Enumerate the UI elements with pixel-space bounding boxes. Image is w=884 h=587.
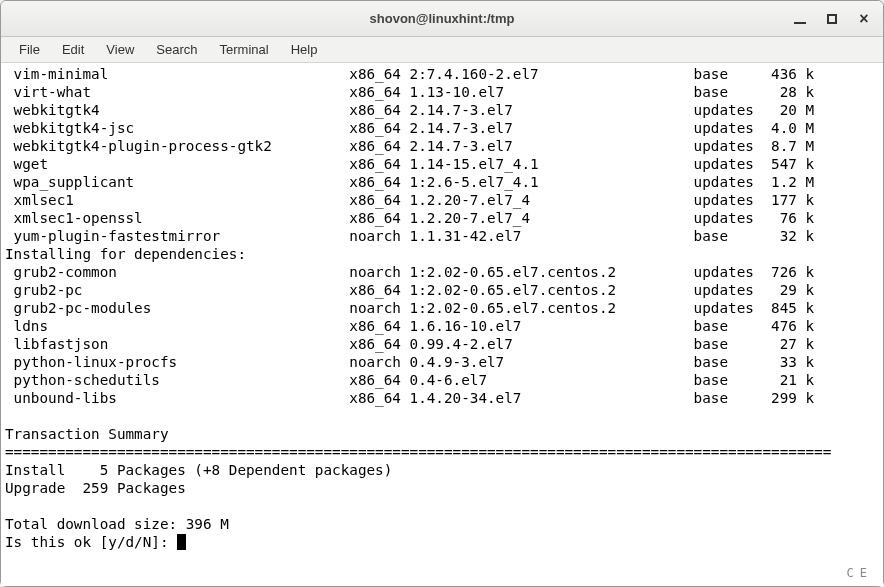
- menu-edit[interactable]: Edit: [52, 39, 94, 60]
- minimize-button[interactable]: [791, 10, 809, 28]
- menu-search[interactable]: Search: [146, 39, 207, 60]
- menu-view[interactable]: View: [96, 39, 144, 60]
- window-title: shovon@linuxhint:/tmp: [370, 11, 515, 26]
- titlebar: shovon@linuxhint:/tmp ×: [1, 1, 883, 37]
- menu-terminal[interactable]: Terminal: [210, 39, 279, 60]
- terminal-window: shovon@linuxhint:/tmp × File Edit View S…: [0, 0, 884, 587]
- terminal-output[interactable]: vim-minimal x86_64 2:7.4.160-2.el7 base …: [1, 63, 883, 586]
- menubar: File Edit View Search Terminal Help: [1, 37, 883, 63]
- menu-help[interactable]: Help: [281, 39, 328, 60]
- maximize-button[interactable]: [823, 10, 841, 28]
- close-button[interactable]: ×: [855, 10, 873, 28]
- minimize-icon: [794, 22, 806, 24]
- maximize-icon: [827, 14, 837, 24]
- cursor: [177, 534, 186, 550]
- close-icon: ×: [859, 11, 868, 27]
- status-indicators: CE: [847, 564, 873, 582]
- window-controls: ×: [791, 10, 873, 28]
- menu-file[interactable]: File: [9, 39, 50, 60]
- prompt-text: Is this ok [y/d/N]:: [5, 534, 177, 550]
